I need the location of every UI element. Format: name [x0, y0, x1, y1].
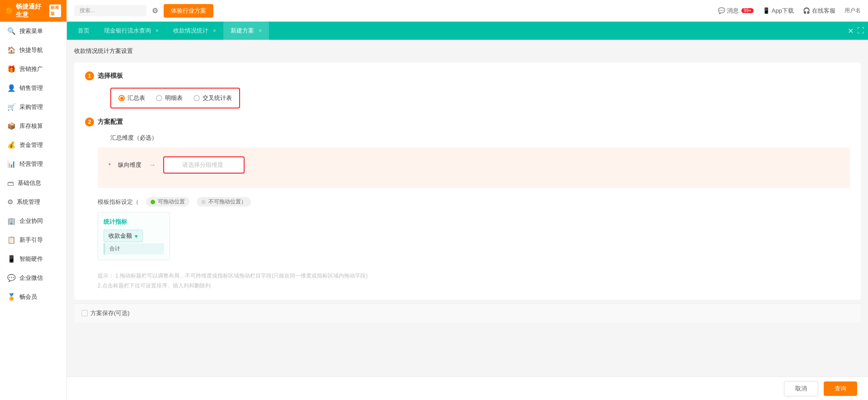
sidebar-item-label: 采购管理	[19, 103, 43, 111]
sidebar-item-search-menu[interactable]: 🔍 搜索菜单	[0, 22, 66, 41]
window-buttons: ✕ ⛶	[848, 27, 864, 35]
sidebar-item-inventory[interactable]: 📦 库存核算	[0, 117, 66, 136]
header-right: 💬 消息 99+ 📱 App下载 🎧 在线客服 用户名	[718, 7, 861, 15]
metric-tag-container: 收款金额 ▾ 合计	[104, 230, 164, 254]
sidebar-item-label: 系统管理	[17, 198, 40, 206]
hint-area: 提示： 1.拖动标题栏可以调整布局，不可跨维度或指标区域拖动栏目字段(只能在同一…	[98, 271, 850, 291]
sidebar-item-basic[interactable]: 🗃 基础信息	[0, 174, 66, 193]
tab-home[interactable]: 首页	[71, 22, 97, 40]
vertical-dimension-row: * 纵向维度 → 请选择分组维度	[108, 156, 839, 174]
maximize-icon[interactable]: ⛶	[857, 27, 864, 35]
tab-receipt-stats-close[interactable]: ×	[213, 28, 216, 34]
sidebar-item-label: 快捷导航	[19, 46, 43, 54]
chat-icon: 💬	[7, 274, 16, 282]
radio-detail-label: 明细表	[165, 94, 183, 102]
tab-cash-bank[interactable]: 现金银行流水查询 ×	[97, 22, 166, 40]
sidebar-item-member[interactable]: 🏅 畅会员	[0, 287, 66, 306]
radio-summary[interactable]: 汇总表	[118, 94, 145, 102]
dimension-selector[interactable]: 请选择分组维度	[163, 156, 245, 174]
radio-cross-label: 交叉统计表	[203, 94, 232, 102]
tab-new-plan-close[interactable]: ×	[259, 28, 262, 34]
settings-icon[interactable]: ⚙	[152, 6, 158, 15]
sidebar-item-guide[interactable]: 📋 新手引导	[0, 231, 66, 249]
industry-plan-button[interactable]: 体验行业方案	[164, 4, 213, 18]
sidebar-item-label: 企业协同	[19, 217, 43, 225]
support-label: 在线客服	[812, 7, 835, 15]
save-checkbox-text: 方案保存(可选)	[90, 309, 130, 317]
sidebar-item-marketing[interactable]: 🎁 营销推广	[0, 60, 66, 79]
page-title: 收款情况统计方案设置	[74, 47, 861, 55]
logo-icon: 🟠	[5, 7, 13, 14]
sidebar-item-quick-nav[interactable]: 🏠 快捷导航	[0, 41, 66, 60]
chart-icon: 📊	[7, 160, 16, 168]
draggable-badge: 可拖动位置	[146, 197, 189, 207]
headset-icon: 🎧	[803, 7, 810, 14]
radio-cross-circle	[193, 95, 200, 101]
metrics-header: 模板指标设定（ 可拖动位置 不可拖动位置）	[98, 197, 850, 207]
header-search-box: 搜索...	[74, 5, 146, 16]
draggable-dot	[151, 200, 155, 204]
home-icon: 🏠	[7, 46, 16, 54]
sidebar-item-finance[interactable]: 💰 资金管理	[0, 136, 66, 155]
money-icon: 💰	[7, 141, 16, 149]
message-label: 消息	[727, 7, 739, 15]
dimension-row-label: 纵向维度	[118, 161, 142, 169]
tab-cash-bank-close[interactable]: ×	[156, 28, 159, 34]
save-checkbox-label[interactable]: 方案保存(可选)	[81, 309, 854, 317]
sidebar-item-sales[interactable]: 👤 销售管理	[0, 79, 66, 98]
radio-summary-label: 汇总表	[127, 94, 145, 102]
sidebar: 🟠 畅捷通好生意 标准版 🔍 搜索菜单 🏠 快捷导航 🎁 营销推广 👤 销售管理…	[0, 0, 67, 400]
message-icon: 💬	[718, 7, 725, 14]
non-draggable-dot	[201, 200, 206, 204]
metric-tag-label: 收款金额	[108, 232, 132, 240]
download-button[interactable]: 📱 App下载	[763, 7, 794, 15]
sidebar-item-operation[interactable]: 📊 经营管理	[0, 155, 66, 174]
sidebar-item-corp[interactable]: 🏢 企业协同	[0, 212, 66, 231]
sidebar-item-label: 资金管理	[19, 141, 43, 149]
sidebar-item-label: 新手引导	[19, 236, 43, 244]
save-checkbox[interactable]	[81, 310, 88, 316]
sidebar-item-label: 搜索菜单	[19, 27, 43, 35]
user-name: 用户名	[844, 7, 861, 14]
message-badge: 99+	[741, 8, 754, 13]
template-selection: 汇总表 明细表 交叉统计表	[110, 88, 240, 108]
sidebar-item-label: 销售管理	[19, 84, 43, 92]
close-window-icon[interactable]: ✕	[848, 27, 854, 35]
search-text: 搜索...	[80, 7, 95, 14]
sidebar-item-wechat[interactable]: 💬 企业微信	[0, 268, 66, 287]
tab-bar: 首页 现金银行流水查询 × 收款情况统计 × 新建方案 × ✕ ⛶	[67, 22, 868, 40]
main-area: 搜索... ⚙ 体验行业方案 💬 消息 99+ 📱 App下载 🎧 在线客服 用…	[67, 0, 868, 400]
tab-new-plan[interactable]: 新建方案 ×	[223, 22, 269, 40]
settings-card: 1 选择模板 汇总表 明细表 交叉统计表	[74, 62, 861, 300]
tab-new-plan-label: 新建方案	[231, 27, 254, 35]
sidebar-item-label: 基础信息	[18, 179, 41, 187]
metric-tag-receipt[interactable]: 收款金额 ▾	[104, 230, 143, 242]
radio-cross[interactable]: 交叉统计表	[193, 94, 232, 102]
person-icon: 👤	[7, 84, 16, 92]
non-draggable-badge: 不可拖动位置）	[197, 197, 251, 207]
cart-icon: 🛒	[7, 103, 16, 111]
query-button[interactable]: 查询	[824, 381, 857, 396]
tab-receipt-stats[interactable]: 收款情况统计 ×	[166, 22, 223, 40]
sidebar-item-label: 营销推广	[19, 65, 43, 73]
sidebar-item-system[interactable]: ⚙ 系统管理	[0, 193, 66, 212]
radio-detail[interactable]: 明细表	[156, 94, 183, 102]
sidebar-item-label: 库存核算	[19, 122, 43, 130]
sidebar-item-label: 畅会员	[19, 293, 37, 301]
sidebar-item-label: 企业微信	[19, 274, 43, 282]
bottom-action-bar: 取消 查询	[67, 376, 868, 400]
medal-icon: 🏅	[7, 293, 16, 301]
stats-label: 统计指标	[104, 218, 164, 226]
sidebar-item-hardware[interactable]: 📱 智能硬件	[0, 249, 66, 268]
step1-number: 1	[85, 71, 94, 80]
step2-header: 2 方案配置	[85, 118, 850, 127]
metrics-table: 统计指标 收款金额 ▾ 合计	[98, 212, 170, 260]
building-icon: 🏢	[7, 217, 16, 225]
search-menu-icon: 🔍	[7, 27, 16, 35]
support-button[interactable]: 🎧 在线客服	[803, 7, 835, 15]
sidebar-item-purchase[interactable]: 🛒 采购管理	[0, 98, 66, 117]
non-draggable-label: 不可拖动位置）	[208, 198, 246, 206]
cancel-button[interactable]: 取消	[784, 381, 818, 396]
tab-receipt-stats-label: 收款情况统计	[173, 27, 208, 35]
message-button[interactable]: 💬 消息 99+	[718, 7, 754, 15]
